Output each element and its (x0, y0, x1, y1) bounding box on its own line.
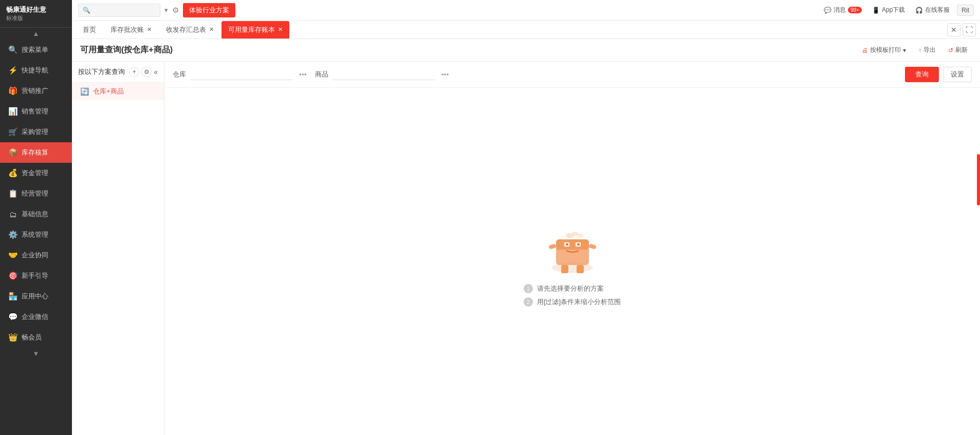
scheme-label: 仓库+商品 (93, 87, 124, 96)
print-btn[interactable]: 🖨 按模板打印 ▾ (858, 44, 910, 56)
messages-badge: 99+ (848, 7, 862, 13)
sidebar-icon-search: 🔍 (8, 45, 17, 54)
right-scrollbar[interactable] (977, 154, 980, 205)
messages-btn[interactable]: 💬 消息 99+ (821, 4, 865, 16)
tab-available-ledger[interactable]: 可用量库存账本 ✕ (221, 21, 289, 39)
service-icon: 🎧 (915, 7, 923, 14)
left-panel-header: 按以下方案查询 + ⚙ « (72, 62, 164, 83)
app-name: 畅康通好生意 (6, 5, 66, 14)
sidebar-item-enterprise[interactable]: 🤝企业协同 (0, 245, 72, 266)
trial-btn[interactable]: 体验行业方案 (183, 3, 235, 17)
sidebar-icon-operations: 📋 (8, 189, 17, 198)
product-field: 商品 ••• (315, 69, 449, 80)
tab-maximize-btn[interactable]: ⛶ (963, 23, 976, 36)
user-avatar[interactable]: Rit (957, 5, 974, 16)
tip-num-1: 1 (524, 284, 533, 293)
page-title: 可用量查询(按仓库+商品) (80, 45, 173, 55)
print-label: 按模板打印 (870, 46, 901, 54)
tab-close-btn[interactable]: ✕ (947, 23, 960, 36)
sidebar-icon-sales: 📊 (8, 107, 17, 116)
sidebar-item-appstore[interactable]: 🏪应用中心 (0, 286, 72, 307)
app-download-label: App下载 (882, 6, 905, 14)
scheme-warehouse-product[interactable]: 🔄 仓库+商品 (72, 83, 164, 100)
sidebar-item-purchase[interactable]: 🛒采购管理 (0, 122, 72, 142)
close-icon[interactable]: ✕ (147, 26, 152, 33)
sidebar-icon-marketing: 🎁 (8, 86, 17, 96)
sidebar-item-system[interactable]: ⚙️系统管理 (0, 224, 72, 245)
sidebar-item-newbie[interactable]: 🎯新手引导 (0, 266, 72, 286)
product-more-btn[interactable]: ••• (441, 70, 449, 79)
online-service-btn[interactable]: 🎧 在线客服 (912, 4, 953, 16)
sidebar-icon-system: ⚙️ (8, 230, 17, 239)
sidebar-menu: 🔍搜索菜单⚡快捷导航🎁营销推广📊销售管理🛒采购管理📦库存核算💰资金管理📋经营管理… (0, 40, 72, 348)
app-download-btn[interactable]: 📱 App下载 (869, 4, 908, 16)
sidebar-item-wechat[interactable]: 💬企业微信 (0, 307, 72, 327)
refresh-btn[interactable]: ↺ 刷新 (944, 44, 972, 56)
panel-header-label: 按以下方案查询 (78, 67, 125, 77)
sidebar-item-search[interactable]: 🔍搜索菜单 (0, 40, 72, 60)
svg-rect-5 (566, 243, 568, 245)
page-actions: 🖨 按模板打印 ▾ ↑ 导出 ↺ 刷新 (858, 44, 972, 56)
sidebar-item-sales[interactable]: 📊销售管理 (0, 101, 72, 122)
filter-row: 仓库 ••• 商品 ••• 查询 设置 (164, 62, 980, 88)
warehouse-field: 仓库 ••• (173, 69, 307, 80)
tab-batch-ledger[interactable]: 库存批次账 ✕ (104, 21, 158, 39)
content-area: 按以下方案查询 + ⚙ « 🔄 仓库+商品 仓库 ••• (72, 62, 980, 435)
settings-icon[interactable]: ⚙ (172, 6, 179, 15)
download-icon: 📱 (872, 7, 880, 14)
tip-text-2: 用[过滤]条件来缩小分析范围 (537, 297, 621, 307)
sidebar-icon-appstore: 🏪 (8, 292, 17, 301)
settings-btn[interactable]: 设置 (943, 67, 972, 82)
sidebar-label-appstore: 应用中心 (22, 292, 48, 301)
sidebar-icon-enterprise: 🤝 (8, 251, 17, 260)
search-icon: 🔍 (83, 7, 90, 14)
product-input[interactable] (332, 69, 435, 80)
sidebar-item-member[interactable]: 👑畅会员 (0, 327, 72, 348)
sidebar-label-member: 畅会员 (22, 333, 42, 342)
sidebar-item-finance[interactable]: 💰资金管理 (0, 163, 72, 183)
sidebar-label-sales: 销售管理 (22, 107, 48, 116)
page-header: 可用量查询(按仓库+商品) 🖨 按模板打印 ▾ ↑ 导出 ↺ 刷新 (72, 39, 980, 62)
settings-scheme-btn[interactable]: ⚙ (141, 67, 152, 77)
empty-tip-2: 2 用[过滤]条件来缩小分析范围 (524, 297, 621, 307)
tabs-bar: 首页 库存批次账 ✕ 收发存汇总表 ✕ 可用量库存账本 ✕ ✕ ⛶ (72, 21, 980, 39)
sidebar-item-basic[interactable]: 🗂基础信息 (0, 204, 72, 224)
sidebar-item-marketing[interactable]: 🎁营销推广 (0, 81, 72, 101)
sidebar-label-finance: 资金管理 (22, 168, 48, 178)
empty-tip-1: 1 请先选择要分析的方案 (524, 284, 621, 293)
tab-label: 收发存汇总表 (166, 25, 206, 34)
tab-receipt-summary[interactable]: 收发存汇总表 ✕ (159, 21, 220, 39)
sidebar-item-inventory[interactable]: 📦库存核算 (0, 142, 72, 163)
app-version: 标准版 (6, 14, 66, 22)
tab-home[interactable]: 首页 (76, 21, 103, 39)
svg-rect-2 (556, 239, 589, 250)
top-header: 🔍 ▾ ⚙ 体验行业方案 💬 消息 99+ 📱 App下载 🎧 在线客服 Rit (72, 0, 980, 21)
empty-tips: 1 请先选择要分析的方案 2 用[过滤]条件来缩小分析范围 (524, 284, 621, 307)
warehouse-more-btn[interactable]: ••• (299, 70, 307, 79)
left-panel: 按以下方案查询 + ⚙ « 🔄 仓库+商品 (72, 62, 164, 435)
chevron-down-icon[interactable]: ▾ (903, 47, 906, 54)
header-search-box[interactable]: 🔍 (78, 4, 160, 17)
export-label: 导出 (923, 46, 936, 54)
collapse-btn[interactable]: « (154, 68, 158, 76)
svg-rect-6 (577, 243, 580, 245)
scheme-icon: 🔄 (80, 87, 89, 96)
sidebar-label-search: 搜索菜单 (22, 45, 48, 54)
tip-num-2: 2 (524, 297, 533, 307)
close-icon[interactable]: ✕ (209, 26, 214, 33)
warehouse-input[interactable] (190, 69, 293, 80)
close-icon[interactable]: ✕ (278, 26, 283, 33)
online-service-label: 在线客服 (925, 6, 950, 14)
sidebar-label-system: 系统管理 (22, 230, 48, 239)
scroll-down-btn[interactable]: ▼ (0, 348, 72, 360)
home-label: 首页 (83, 25, 96, 34)
sidebar-item-operations[interactable]: 📋经营管理 (0, 183, 72, 204)
message-icon: 💬 (824, 7, 831, 14)
query-btn[interactable]: 查询 (905, 67, 939, 82)
add-scheme-btn[interactable]: + (129, 67, 139, 77)
export-btn[interactable]: ↑ 导出 (914, 44, 940, 56)
dropdown-icon[interactable]: ▾ (164, 6, 168, 14)
sidebar-item-quicknav[interactable]: ⚡快捷导航 (0, 60, 72, 81)
scroll-up-btn[interactable]: ▲ (0, 28, 72, 40)
tip-text-1: 请先选择要分析的方案 (537, 284, 604, 293)
